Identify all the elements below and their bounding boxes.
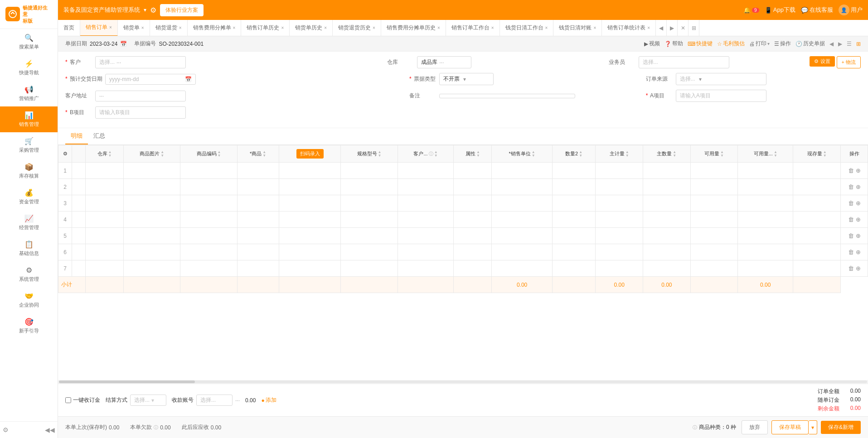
settle-method-select[interactable]: 选择... ▾ [130,395,166,406]
row-6-cell-15[interactable] [738,244,793,260]
row-copy-5[interactable]: ⊕ [856,232,861,239]
row-2-cell-12[interactable] [596,179,643,195]
row-2-cell-2[interactable] [86,179,124,195]
customer-input[interactable]: 选择... ··· [95,56,186,68]
tab-close-6[interactable]: × [324,25,327,30]
row-5-cell-10[interactable] [492,228,552,244]
row-1-cell-10[interactable] [492,163,552,179]
row-copy-2[interactable]: ⊕ [856,183,861,190]
row-3-cell-5[interactable] [237,195,279,212]
history-action[interactable]: 🕐 历史单据 [795,40,825,48]
row-5-cell-13[interactable] [643,228,690,244]
row-1-cell-11[interactable] [552,163,596,179]
tab-close-10[interactable]: × [545,25,548,30]
dropdown-icon[interactable]: ▾ [144,7,146,13]
row-1-cell-1[interactable] [72,163,86,179]
row-4-cell-13[interactable] [643,212,690,228]
row-copy-1[interactable]: ⊕ [856,167,861,174]
tab-12[interactable]: 销售订单统计表× [602,20,656,36]
th-product-image[interactable]: 商品图片▲▼ [124,145,180,163]
order-source-input[interactable]: 选择... ▾ [676,73,766,85]
row-2-cell-16[interactable] [793,179,841,195]
add-btn[interactable]: ● 添加 [261,396,276,404]
row-copy-4[interactable]: ⊕ [856,216,861,223]
row-6-cell-10[interactable] [492,244,552,260]
th-spec[interactable]: 规格型号▲▼ [341,145,398,163]
row-7-cell-11[interactable] [552,260,596,277]
row-1-cell-4[interactable] [180,163,237,179]
tab-nav-1[interactable]: ▶ [667,20,678,36]
row-5-cell-1[interactable] [72,228,86,244]
row-delete-5[interactable]: 🗑 [848,232,854,239]
th-main-unit[interactable]: 主计量▲▼ [596,145,643,163]
row-4-cell-15[interactable] [738,212,793,228]
row-6-cell-7[interactable] [341,244,398,260]
print-action[interactable]: 🖨 打印 ▾ [749,40,770,48]
tab-close-12[interactable]: × [647,25,650,30]
row-4-cell-6[interactable] [279,212,341,228]
row-4-cell-10[interactable] [492,212,552,228]
row-5-cell-5[interactable] [237,228,279,244]
view-list-icon[interactable]: ☰ [847,41,852,47]
row-7-cell-13[interactable] [643,260,690,277]
row-delete-6[interactable]: 🗑 [848,249,854,255]
row-5-cell-7[interactable] [341,228,398,244]
tab-2[interactable]: 销货单× [118,20,150,36]
row-3-cell-10[interactable] [492,195,552,212]
row-2-cell-10[interactable] [492,179,552,195]
receipt-more-btn[interactable]: ··· [235,397,240,404]
expand-icon[interactable]: ⊞ [856,41,861,47]
row-4-cell-3[interactable] [124,212,180,228]
row-1-cell-3[interactable] [124,163,180,179]
sidebar-item-3[interactable]: 📊 销售管理 [0,106,58,132]
th-sales-unit[interactable]: *销售单位▲▼ [492,145,552,163]
row-6-cell-16[interactable] [793,244,841,260]
row-2-cell-3[interactable] [124,179,180,195]
sidebar-item-5[interactable]: 📦 库存核算 [0,158,58,184]
tab-10[interactable]: 钱货日清工作台× [500,20,554,36]
row-1-cell-16[interactable] [793,163,841,179]
row-7-cell-12[interactable] [596,260,643,277]
invoice-type-input[interactable]: 不开票 ▾ [439,73,494,85]
sidebar-item-1[interactable]: ⚡ 快捷导航 [0,55,58,81]
row-2-cell-1[interactable] [72,179,86,195]
row-2-cell-6[interactable] [279,179,341,195]
row-3-cell-2[interactable] [86,195,124,212]
row-6-cell-13[interactable] [643,244,690,260]
notification-icon[interactable]: 🔔 9 [743,7,759,14]
row-4-cell-14[interactable] [690,212,738,228]
warehouse-more-btn[interactable]: ··· [439,59,444,66]
sidebar-item-8[interactable]: 📋 基础信息 [0,236,58,261]
row-copy-7[interactable]: ⊕ [856,265,861,272]
row-1-cell-12[interactable] [596,163,643,179]
row-7-cell-5[interactable] [237,260,279,277]
table-scrollbar[interactable] [58,380,868,384]
tab-6[interactable]: 销货单历史× [290,20,333,36]
row-4-cell-5[interactable] [237,212,279,228]
th-warehouse[interactable]: 仓库▲▼ [86,145,124,163]
row-5-cell-4[interactable] [180,228,237,244]
sidebar-item-2[interactable]: 📢 营销推广 [0,81,58,106]
row-1-cell-15[interactable] [738,163,793,179]
row-5-cell-2[interactable] [86,228,124,244]
row-6-cell-2[interactable] [86,244,124,260]
row-5-cell-9[interactable] [454,228,492,244]
nav-prev[interactable]: ◀ [829,41,834,47]
row-4-cell-9[interactable] [454,212,492,228]
settings-icon-top[interactable]: ⚙ [150,6,156,14]
sidebar-item-11[interactable]: 🎯 新手引导 [0,313,58,339]
tab-close-4[interactable]: × [233,25,236,30]
tab-close-9[interactable]: × [491,25,494,30]
a-project-input[interactable]: 请输入A项目 [676,90,766,102]
row-delete-4[interactable]: 🗑 [848,216,854,223]
row-3-cell-7[interactable] [341,195,398,212]
row-5-cell-16[interactable] [793,228,841,244]
tab-close-8[interactable]: × [437,25,440,30]
user-menu[interactable]: 👤 用户 [839,5,863,15]
tab-detail[interactable]: 明细 [65,128,88,144]
row-3-cell-15[interactable] [738,195,793,212]
row-5-cell-14[interactable] [690,228,738,244]
salesman-input[interactable]: 选择... [639,56,729,68]
row-3-cell-9[interactable] [454,195,492,212]
sidebar-item-9[interactable]: ⚙ 系统管理 [0,261,58,287]
